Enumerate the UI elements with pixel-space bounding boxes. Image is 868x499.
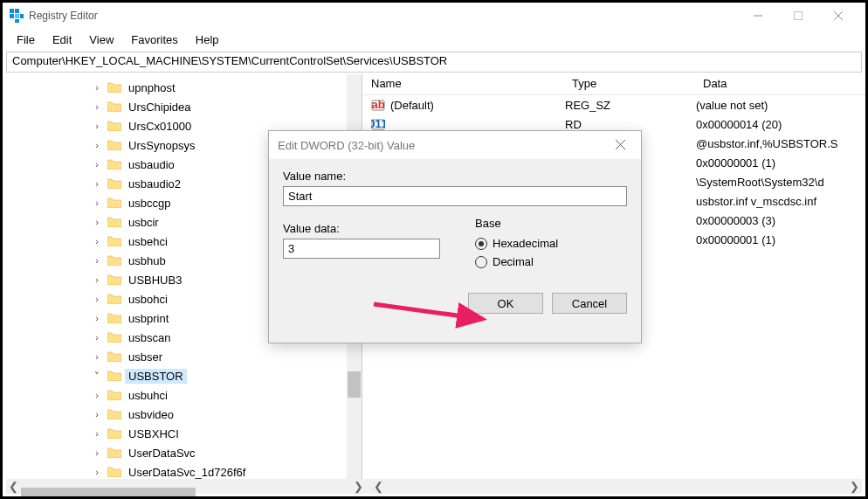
folder-icon bbox=[107, 294, 121, 304]
folder-icon bbox=[107, 428, 121, 439]
folder-icon bbox=[107, 82, 121, 93]
tree-item-label: UserDataSvc_1d726f6f bbox=[125, 465, 249, 480]
menu-help[interactable]: Help bbox=[187, 31, 228, 48]
tree-item-label: usbprint bbox=[125, 311, 172, 326]
tree-item-usbstor[interactable]: ˅USBSTOR bbox=[90, 366, 362, 385]
tree-item-urschipidea[interactable]: ›UrsChipidea bbox=[90, 97, 362, 116]
value-data: 0x00000003 (3) bbox=[694, 214, 865, 227]
tree-item-label: usbuhci bbox=[125, 388, 171, 403]
value-type-icon: 011 bbox=[371, 117, 385, 131]
svg-rect-1 bbox=[15, 9, 19, 13]
ok-button[interactable]: OK bbox=[468, 293, 543, 314]
expand-icon[interactable]: › bbox=[90, 292, 104, 306]
folder-icon bbox=[107, 159, 121, 170]
scroll-right-icon[interactable]: ❯ bbox=[351, 479, 366, 494]
menu-favorites[interactable]: Favorites bbox=[122, 31, 186, 48]
svg-rect-4 bbox=[20, 14, 24, 18]
expand-icon[interactable]: › bbox=[90, 330, 104, 344]
column-header-type[interactable]: Type bbox=[563, 74, 694, 94]
folder-icon bbox=[107, 409, 121, 419]
tree-item-label: USBXHCI bbox=[125, 426, 183, 441]
tree-item-userdatasvc[interactable]: ›UserDataSvc bbox=[90, 443, 362, 462]
close-button[interactable] bbox=[818, 3, 858, 29]
folder-icon bbox=[107, 121, 121, 131]
menubar: File Edit View Favorites Help bbox=[3, 29, 865, 50]
value-data: 0x00000001 (1) bbox=[694, 156, 865, 170]
dialog-close-button[interactable] bbox=[608, 139, 632, 152]
tree-item-label: usbvideo bbox=[125, 407, 177, 422]
value-data: @usbstor.inf,%USBSTOR.S bbox=[694, 137, 865, 150]
expand-icon[interactable]: › bbox=[90, 465, 104, 479]
tree-item-userdatasvc_1d726f6f[interactable]: ›UserDataSvc_1d726f6f bbox=[90, 462, 362, 479]
expand-icon[interactable]: › bbox=[90, 119, 104, 133]
tree-item-usbxhci[interactable]: ›USBXHCI bbox=[90, 424, 362, 443]
expand-icon[interactable]: › bbox=[90, 177, 104, 191]
expand-icon[interactable]: › bbox=[90, 234, 104, 248]
value-type: REG_SZ bbox=[563, 99, 694, 112]
folder-icon bbox=[107, 371, 121, 381]
tree-item-label: usbaudio bbox=[125, 157, 178, 172]
maximize-button[interactable] bbox=[778, 3, 818, 29]
expand-icon[interactable]: › bbox=[90, 253, 104, 267]
expand-icon[interactable]: › bbox=[90, 350, 104, 364]
value-data: 0x00000001 (1) bbox=[694, 233, 865, 246]
column-header-data[interactable]: Data bbox=[694, 74, 865, 94]
minimize-button[interactable] bbox=[738, 3, 778, 29]
expand-icon[interactable]: ˅ bbox=[90, 369, 104, 383]
expand-icon[interactable]: › bbox=[90, 157, 104, 171]
expand-icon[interactable]: › bbox=[90, 388, 104, 402]
horizontal-scrollbar[interactable]: ❮ ❯ ❮ ❯ bbox=[6, 479, 862, 494]
expand-icon[interactable]: › bbox=[90, 446, 104, 460]
address-bar[interactable]: Computer\HKEY_LOCAL_MACHINE\SYSTEM\Curre… bbox=[6, 52, 862, 73]
tree-item-upnphost[interactable]: ›upnphost bbox=[90, 78, 362, 97]
folder-icon bbox=[107, 467, 121, 477]
folder-icon bbox=[107, 101, 121, 112]
value-name-input[interactable] bbox=[283, 186, 627, 206]
list-row[interactable]: ab(Default)REG_SZ(value not set) bbox=[362, 95, 865, 114]
scroll-right-icon[interactable]: ❯ bbox=[847, 479, 862, 494]
hex-label: Hexadecimal bbox=[493, 237, 558, 250]
folder-icon bbox=[107, 313, 121, 323]
folder-icon bbox=[107, 332, 121, 343]
folder-icon bbox=[107, 198, 121, 208]
edit-dword-dialog: Edit DWORD (32-bit) Value Value name: Va… bbox=[268, 130, 642, 343]
expand-icon[interactable]: › bbox=[90, 311, 104, 325]
expand-icon[interactable]: › bbox=[90, 100, 104, 114]
folder-icon bbox=[107, 351, 121, 362]
scroll-left-icon[interactable]: ❮ bbox=[371, 479, 386, 494]
tree-item-label: UserDataSvc bbox=[125, 446, 199, 461]
titlebar: Registry Editor bbox=[3, 3, 865, 29]
svg-rect-2 bbox=[10, 14, 14, 18]
scroll-left-icon[interactable]: ❮ bbox=[6, 479, 21, 494]
svg-rect-3 bbox=[15, 14, 19, 18]
tree-item-usbser[interactable]: ›usbser bbox=[90, 347, 362, 366]
menu-edit[interactable]: Edit bbox=[44, 31, 80, 48]
expand-icon[interactable]: › bbox=[90, 138, 104, 152]
tree-item-label: usbaudio2 bbox=[125, 177, 184, 191]
expand-icon[interactable]: › bbox=[90, 273, 104, 287]
cancel-button[interactable]: Cancel bbox=[552, 293, 627, 314]
tree-item-label: usbcir bbox=[125, 215, 162, 230]
tree-item-usbuhci[interactable]: ›usbuhci bbox=[90, 385, 362, 405]
value-data-input[interactable] bbox=[283, 239, 440, 259]
tree-item-label: usbscan bbox=[125, 330, 174, 345]
column-header-name[interactable]: Name bbox=[362, 74, 563, 94]
tree-item-label: UrsCx01000 bbox=[125, 119, 195, 134]
value-name-label: Value name: bbox=[283, 170, 627, 183]
folder-icon bbox=[107, 178, 121, 189]
value-type: RD bbox=[563, 118, 694, 131]
tree-item-usbvideo[interactable]: ›usbvideo bbox=[90, 405, 362, 424]
menu-file[interactable]: File bbox=[8, 31, 44, 48]
tree-item-label: usbccgp bbox=[125, 196, 174, 211]
expand-icon[interactable]: › bbox=[90, 407, 104, 421]
radio-decimal[interactable]: Decimal bbox=[475, 255, 627, 268]
expand-icon[interactable]: › bbox=[90, 196, 104, 210]
menu-view[interactable]: View bbox=[80, 31, 122, 48]
expand-icon[interactable]: › bbox=[90, 80, 104, 94]
radio-hexadecimal[interactable]: Hexadecimal bbox=[475, 237, 627, 250]
folder-icon bbox=[107, 236, 121, 246]
value-name: (Default) bbox=[390, 99, 434, 112]
expand-icon[interactable]: › bbox=[90, 426, 104, 440]
folder-icon bbox=[107, 390, 121, 400]
expand-icon[interactable]: › bbox=[90, 215, 104, 229]
